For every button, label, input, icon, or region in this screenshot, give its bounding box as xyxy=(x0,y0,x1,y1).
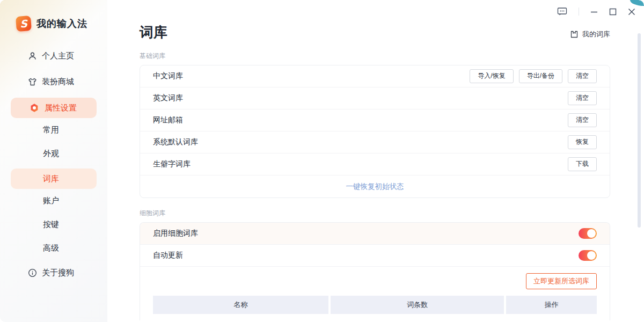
clear-button[interactable]: 清空 xyxy=(568,69,597,83)
row-enable-cell-lexicon: 启用细胞词库 xyxy=(140,223,610,245)
row-url-email: 网址邮箱 清空 xyxy=(140,109,610,131)
auto-update-toggle[interactable] xyxy=(579,250,597,261)
column-header-name: 名称 xyxy=(153,296,328,314)
controls-divider xyxy=(579,8,579,16)
sidebar-item-appearance[interactable]: 外观 xyxy=(0,142,107,165)
sidebar-nav: 个人主页 装扮商城 属性设置 常用 xyxy=(0,43,107,286)
sidebar-item-settings[interactable]: 属性设置 xyxy=(11,98,97,118)
row-label: 启用细胞词库 xyxy=(153,229,198,238)
sidebar-item-label: 属性设置 xyxy=(45,103,77,113)
dictionary-icon xyxy=(570,30,579,39)
update-selected-button[interactable]: 立即更新所选词库 xyxy=(526,273,597,289)
sidebar-item-label: 关于搜狗 xyxy=(42,268,74,278)
export-backup-button[interactable]: 导出/备份 xyxy=(519,69,562,83)
tshirt-icon xyxy=(28,77,37,86)
row-english-lexicon: 英文词库 清空 xyxy=(140,87,610,109)
sidebar-item-keys[interactable]: 按键 xyxy=(0,213,107,236)
sidebar-item-label: 装扮商城 xyxy=(42,77,74,87)
update-selected-row: 立即更新所选词库 xyxy=(140,267,610,296)
settings-hexagon-icon xyxy=(30,103,39,113)
feedback-icon[interactable] xyxy=(557,7,567,16)
row-label: 网址邮箱 xyxy=(153,115,183,125)
page-title: 词库 xyxy=(140,24,167,41)
sidebar-item-label: 账户 xyxy=(43,196,59,206)
sidebar-item-profile[interactable]: 个人主页 xyxy=(0,43,107,69)
person-icon xyxy=(28,52,37,61)
app-title: 我的输入法 xyxy=(36,17,87,30)
sidebar-item-store[interactable]: 装扮商城 xyxy=(0,69,107,94)
row-auto-update: 自动更新 xyxy=(140,245,610,267)
close-button[interactable] xyxy=(628,8,635,16)
enable-cell-lexicon-toggle[interactable] xyxy=(579,228,597,239)
sidebar-item-label: 个人主页 xyxy=(42,51,74,61)
my-dictionary-label: 我的词库 xyxy=(582,30,610,39)
cell-section-label: 细胞词库 xyxy=(140,209,610,218)
sidebar-item-label: 常用 xyxy=(43,125,59,135)
window-controls xyxy=(557,7,635,16)
main-panel: 词库 我的词库 基础词库 中文词库 导入/恢复 导出/备份 清空 英文词库 清空 xyxy=(107,0,644,322)
column-header-entry-count: 词条数 xyxy=(331,296,504,314)
sidebar: S 我的输入法 个人主页 装扮商城 xyxy=(0,0,107,322)
import-restore-button[interactable]: 导入/恢复 xyxy=(470,69,513,83)
my-dictionary-link[interactable]: 我的词库 xyxy=(570,30,610,39)
row-system-default-lexicon: 系统默认词库 恢复 xyxy=(140,131,610,153)
sidebar-item-advanced[interactable]: 高级 xyxy=(0,236,107,260)
row-rare-char-lexicon: 生僻字词库 下载 xyxy=(140,153,610,175)
restore-defaults-link[interactable]: 一键恢复初始状态 xyxy=(346,182,404,192)
sidebar-item-label: 高级 xyxy=(43,243,59,253)
sogou-logo-icon: S xyxy=(16,16,32,32)
sidebar-item-label: 词库 xyxy=(43,174,59,184)
toggle-knob xyxy=(587,251,596,260)
restore-defaults-row: 一键恢复初始状态 xyxy=(140,175,610,197)
row-label: 系统默认词库 xyxy=(153,137,198,147)
column-header-operation: 操作 xyxy=(506,296,597,314)
row-label: 生僻字词库 xyxy=(153,159,191,169)
row-chinese-lexicon: 中文词库 导入/恢复 导出/备份 清空 xyxy=(140,65,610,87)
clear-button[interactable]: 清空 xyxy=(568,91,597,105)
sidebar-item-common[interactable]: 常用 xyxy=(0,118,107,142)
sidebar-item-about[interactable]: 关于搜狗 xyxy=(0,260,107,286)
basic-section-label: 基础词库 xyxy=(140,52,610,61)
row-label: 自动更新 xyxy=(153,251,183,260)
info-icon xyxy=(28,268,37,277)
basic-lexicon-card: 中文词库 导入/恢复 导出/备份 清空 英文词库 清空 网址邮箱 清空 系统默认… xyxy=(140,65,610,198)
scrollbar-thumb[interactable] xyxy=(638,33,641,228)
row-label: 中文词库 xyxy=(153,71,183,81)
sidebar-item-label: 外观 xyxy=(43,149,59,159)
download-button[interactable]: 下载 xyxy=(568,157,597,171)
sidebar-item-lexicon[interactable]: 词库 xyxy=(11,169,97,189)
cell-lexicon-table-header: 名称 词条数 操作 xyxy=(153,296,597,314)
toggle-knob xyxy=(587,229,596,238)
restore-button[interactable]: 恢复 xyxy=(568,135,597,149)
page-header: 词库 我的词库 xyxy=(107,0,644,41)
clear-button[interactable]: 清空 xyxy=(568,113,597,127)
row-label: 英文词库 xyxy=(153,93,183,103)
app-logo-row: S 我的输入法 xyxy=(0,0,107,31)
maximize-button[interactable] xyxy=(609,8,617,16)
sidebar-item-label: 按键 xyxy=(43,219,59,230)
sidebar-item-account[interactable]: 账户 xyxy=(0,189,107,213)
cell-lexicon-card: 启用细胞词库 自动更新 立即更新所选词库 名称 词条数 操作 xyxy=(140,222,610,320)
minimize-button[interactable] xyxy=(590,8,598,16)
